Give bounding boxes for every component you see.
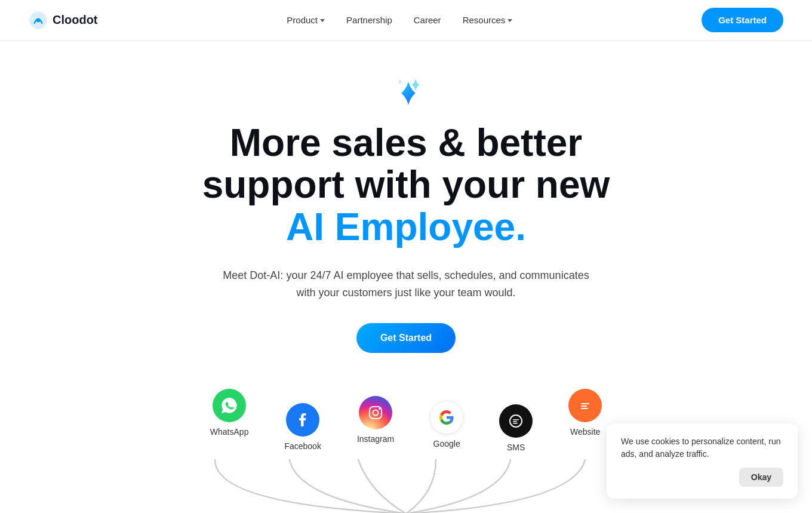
google-label: Google [433,439,460,449]
nav-links: Product Partnership Career Resources [287,15,512,25]
channel-google: Google [430,401,463,449]
connector-svg-wrap [167,457,645,513]
channel-facebook: Facebook [284,403,321,451]
sms-icon-wrap [499,404,533,438]
svg-rect-11 [581,406,587,407]
nav-link-partnership[interactable]: Partnership [346,15,392,25]
cookie-text: We use cookies to personalize content, r… [621,435,783,460]
logo[interactable]: Cloodot [29,11,98,30]
nav-link-product[interactable]: Product [287,15,325,25]
sms-icon [507,412,525,430]
hero-cta-button[interactable]: Get Started [356,323,456,353]
chevron-down-icon [508,19,512,22]
nav-item-career[interactable]: Career [414,15,441,25]
facebook-icon-wrap [286,403,319,437]
nav-cta-button[interactable]: Get Started [702,8,783,32]
cookie-okay-button[interactable]: Okay [739,468,783,487]
chevron-down-icon [320,19,325,22]
website-icon [576,397,594,414]
facebook-label: Facebook [284,441,321,451]
nav-link-resources[interactable]: Resources [463,15,513,25]
nav-link-career[interactable]: Career [414,15,441,25]
sparkle-icon [389,76,423,110]
svg-point-3 [373,410,379,415]
navbar: Cloodot Product Partnership Career Resou… [0,0,812,41]
svg-rect-10 [581,403,589,404]
whatsapp-label: WhatsApp [210,427,249,437]
svg-rect-6 [513,419,519,420]
instagram-icon-wrap [359,396,392,429]
nav-item-partnership[interactable]: Partnership [346,15,392,25]
google-icon-wrap [430,401,463,434]
channels-container: WhatsApp Facebook [210,389,602,452]
channel-connector [167,457,645,513]
sms-label: SMS [507,443,525,452]
whatsapp-icon-wrap [213,389,246,422]
svg-point-4 [379,408,380,410]
nav-item-resources[interactable]: Resources [463,15,513,25]
facebook-icon [293,410,312,429]
channel-sms: SMS [499,404,533,452]
logo-icon [29,11,48,30]
google-icon [438,409,455,426]
website-icon-wrap [568,389,602,422]
svg-rect-8 [513,423,518,424]
hero-subtext: Meet Dot-AI: your 24/7 AI employee that … [215,267,597,302]
instagram-label: Instagram [357,434,394,444]
svg-rect-12 [581,408,588,409]
channel-instagram: Instagram [357,396,394,444]
cookie-banner: We use cookies to personalize content, r… [607,423,798,499]
whatsapp-icon [220,396,239,415]
hero-heading: More sales & better support with your ne… [202,122,610,248]
channel-website: Website [568,389,602,437]
nav-item-product[interactable]: Product [287,15,325,25]
brand-name: Cloodot [53,13,98,27]
channel-whatsapp: WhatsApp [210,389,249,437]
website-label: Website [570,427,600,437]
instagram-icon [367,404,385,422]
svg-point-1 [36,18,40,21]
svg-rect-7 [513,421,517,422]
